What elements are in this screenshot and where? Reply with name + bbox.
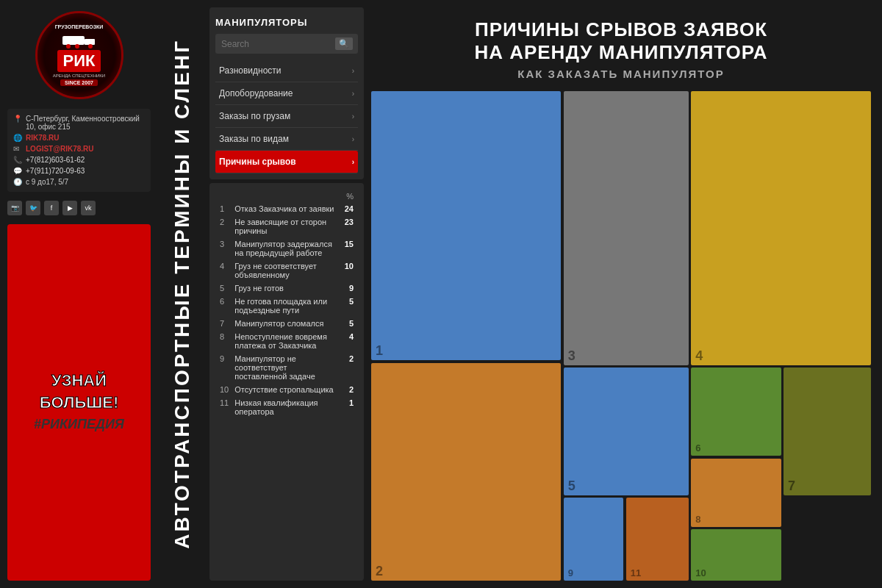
svg-point-2 [66, 44, 71, 49]
menu-title: МАНИПУЛЯТОРЫ [215, 13, 358, 34]
bottom-banner[interactable]: УЗНАЙ БОЛЬШЕ! #РИКИПЕДИЯ [7, 224, 151, 581]
vertical-text-column: АВТОТРАНСПОРТНЫЕ ТЕРМИНЫ И СЛЕНГ [158, 0, 206, 588]
menu-item-zakazy-vid[interactable]: Заказы по видам › [215, 128, 358, 151]
table-row: 6Не готова площадка или подъездные пути5 [217, 295, 356, 317]
whatsapp-icon: 💬 [13, 167, 22, 175]
row-num: 2 [217, 215, 232, 237]
treemap-cell-2: 2 [371, 363, 561, 581]
middle-panel: МАНИПУЛЯТОРЫ 🔍 Разновидности › Допоборуд… [206, 0, 368, 588]
table-row: 2Не зависящие от сторон причины23 [217, 215, 356, 237]
globe-icon: 🌐 [13, 134, 22, 142]
treemap-label-1: 1 [376, 344, 383, 357]
menu-item-zakazy-gruz[interactable]: Заказы по грузам › [215, 105, 358, 128]
facebook-icon[interactable]: f [44, 201, 59, 215]
row-label: Непоступление вовремя платежа от Заказчи… [232, 330, 342, 352]
chevron-icon-3: › [352, 135, 354, 143]
logo-truck-icon [61, 30, 98, 49]
row-label: Отказ Заказчика от заявки [232, 202, 342, 215]
table-row: 11Низкая квалификация оператора1 [217, 396, 356, 418]
row-num: 1 [217, 202, 232, 215]
treemap-label-11: 11 [631, 568, 641, 578]
search-button[interactable]: 🔍 [335, 37, 353, 50]
row-pct: 15 [342, 237, 356, 259]
treemap-cell-3: 3 [564, 91, 689, 365]
row-pct: 1 [342, 396, 356, 418]
hashtag-text: #РИКИПЕДИЯ [34, 417, 124, 432]
search-input[interactable] [221, 39, 331, 49]
treemap-cell-10: 10 [691, 529, 781, 581]
twitter-icon[interactable]: 🐦 [26, 201, 40, 215]
logo-bottom-text: АРЕНДА СПЕЦТЕХНИКИ [53, 74, 105, 78]
contact-website[interactable]: 🌐 RIK78.RU [13, 134, 145, 142]
table-row: 7Манипулятор сломался5 [217, 317, 356, 330]
table-row: 1Отказ Заказчика от заявки24 [217, 202, 356, 215]
youtube-icon[interactable]: ▶ [62, 201, 77, 215]
menu-item-raznovidnosti[interactable]: Разновидности › [215, 60, 358, 82]
main-title-line1: ПРИЧИНЫ СРЫВОВ ЗАЯВОК [371, 18, 871, 41]
table-row: 8Непоступление вовремя платежа от Заказч… [217, 330, 356, 352]
treemap-label-4: 4 [695, 349, 703, 362]
row-pct: 2 [342, 383, 356, 396]
treemap-cell-8: 8 [691, 459, 781, 527]
row-pct: 5 [342, 295, 356, 317]
contact-email[interactable]: ✉ LOGIST@RIK78.RU [13, 145, 145, 153]
treemap-container: 1234567891011 [371, 91, 871, 581]
logo-rik-text: РИК [57, 50, 101, 72]
table-row: 5Груз не готов9 [217, 282, 356, 295]
menu-item-prichiny[interactable]: Причины срывов › [215, 151, 358, 173]
row-num: 9 [217, 352, 232, 383]
logo-top-text: ГРУЗОПЕРЕВОЗКИ [55, 24, 104, 30]
row-label: Низкая квалификация оператора [232, 396, 342, 418]
row-pct: 4 [342, 330, 356, 352]
treemap-label-2: 2 [376, 564, 383, 578]
row-num: 4 [217, 259, 232, 282]
right-header: ПРИЧИНЫ СРЫВОВ ЗАЯВОК НА АРЕНДУ МАНИПУЛЯ… [371, 11, 871, 84]
table-row: 4Груз не соответствует объявленному10 [217, 259, 356, 282]
instagram-icon[interactable]: 📷 [7, 201, 22, 215]
row-label: Отсутствие стропальщика [232, 383, 342, 396]
phone-icon: 📞 [13, 156, 22, 164]
menu-item-dopolborudovanie[interactable]: Допоборудование › [215, 82, 358, 105]
row-num: 7 [217, 317, 232, 330]
contact-hours: 🕐 с 9 до17, 5/7 [13, 178, 145, 186]
data-table: % 1Отказ Заказчика от заявки242Не завися… [217, 190, 356, 418]
treemap-label-5: 5 [568, 479, 576, 492]
vk-icon[interactable]: vk [81, 201, 96, 215]
search-box[interactable]: 🔍 [215, 34, 358, 54]
svg-rect-1 [85, 39, 95, 45]
menu-box: МАНИПУЛЯТОРЫ 🔍 Разновидности › Допоборуд… [209, 7, 364, 179]
svg-rect-0 [62, 36, 85, 45]
row-label: Не готова площадка или подъездные пути [232, 295, 342, 317]
logo-area: ГРУЗОПЕРЕВОЗКИ РИК АРЕНДА СПЕЦТЕХНИКИ SI… [7, 7, 151, 103]
contact-phone1[interactable]: 📞 +7(812)603-61-62 [13, 156, 145, 164]
treemap-cell-7: 7 [784, 368, 871, 495]
row-pct: 23 [342, 215, 356, 237]
uzna-text: УЗНАЙ [51, 373, 107, 389]
table-row: 3Манипулятор задержался на предыдущей ра… [217, 237, 356, 259]
row-label: Манипулятор сломался [232, 317, 342, 330]
row-pct: 24 [342, 202, 356, 215]
row-label: Манипулятор не соответствует поставленно… [232, 352, 342, 383]
email-icon: ✉ [13, 145, 22, 153]
data-table-box: % 1Отказ Заказчика от заявки242Не завися… [209, 183, 364, 581]
main-title-line2: НА АРЕНДУ МАНИПУЛЯТОРА [371, 41, 871, 64]
social-icons-row: 📷 🐦 f ▶ vk [7, 198, 151, 218]
treemap-cell-1: 1 [371, 91, 561, 360]
row-num: 6 [217, 295, 232, 317]
location-icon: 📍 [13, 115, 22, 123]
col-label-header [232, 190, 342, 202]
treemap: 1234567891011 [371, 91, 871, 581]
chevron-icon-2: › [352, 112, 354, 121]
svg-point-4 [88, 44, 93, 49]
row-num: 11 [217, 396, 232, 418]
treemap-label-10: 10 [695, 568, 706, 578]
chevron-icon-0: › [352, 67, 354, 75]
bolshe-text: БОЛЬШЕ! [40, 395, 119, 411]
row-num: 10 [217, 383, 232, 396]
row-pct: 2 [342, 352, 356, 383]
since-badge: SINCE 2007 [60, 79, 98, 86]
vertical-text: АВТОТРАНСПОРТНЫЕ ТЕРМИНЫ И СЛЕНГ [171, 39, 194, 549]
contact-phone2[interactable]: 💬 +7(911)720-09-63 [13, 167, 145, 175]
row-pct: 9 [342, 282, 356, 295]
treemap-cell-9: 9 [564, 498, 624, 581]
